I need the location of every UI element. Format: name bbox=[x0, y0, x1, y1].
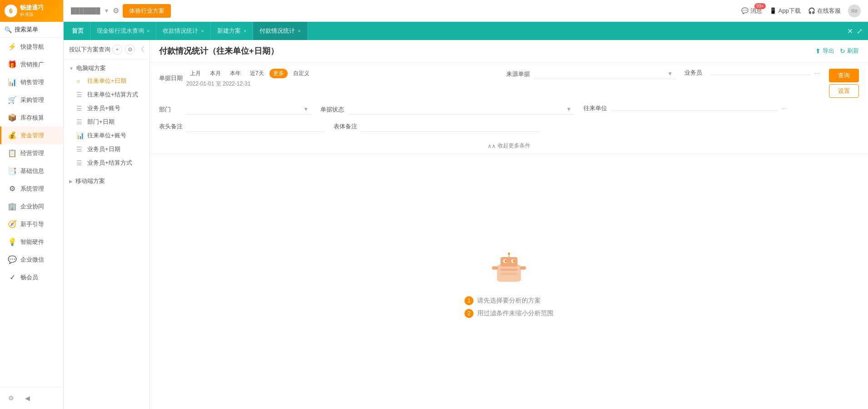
tab-cash-flow-close[interactable]: × bbox=[147, 28, 150, 34]
date-btn-this-month[interactable]: 本月 bbox=[206, 69, 224, 78]
sidebar-item-marketing[interactable]: 🎁营销推广 bbox=[0, 56, 63, 73]
date-btn-custom[interactable]: 自定义 bbox=[289, 69, 313, 78]
sidebar-icon-shortcut: ⚡ bbox=[8, 42, 17, 51]
tab-pay-stats-close[interactable]: × bbox=[298, 28, 300, 34]
sidebar-item-guide[interactable]: 🧭新手引导 bbox=[0, 215, 63, 233]
sidebar-item-operation[interactable]: 📋经营管理 bbox=[0, 144, 63, 162]
tab-payment-stats-label: 收款情况统计 bbox=[163, 27, 198, 35]
scheme-item-dept-date[interactable]: ☰部门+日期 bbox=[64, 115, 150, 129]
source-select[interactable]: ▼ bbox=[534, 69, 675, 79]
sidebar-label-basic: 基础信息 bbox=[20, 167, 44, 175]
tab-pay-stats-label: 付款情况统计 bbox=[259, 27, 295, 35]
export-btn[interactable]: ⬆ 导出 bbox=[815, 47, 834, 55]
collapse-filter-btn[interactable]: ∧∧ 收起更多条件 bbox=[159, 138, 859, 153]
date-btn-last-7[interactable]: 近7天 bbox=[246, 69, 268, 78]
date-btn-last-month[interactable]: 上月 bbox=[186, 69, 205, 78]
sidebar-item-wechat[interactable]: 💬企业微信 bbox=[0, 251, 63, 268]
sidebar-item-hardware[interactable]: 💡智能硬件 bbox=[0, 233, 63, 251]
scheme-panel: 按以下方案查询 + ⚙ 《 ▼ 电脑端方案 ○往来单位+日期☰往来单位+结算方式… bbox=[64, 40, 150, 409]
tab-new-scheme-close[interactable]: × bbox=[244, 28, 246, 34]
dept-select[interactable]: ▼ bbox=[185, 104, 311, 115]
collapse-panel-btn[interactable]: 《 bbox=[138, 45, 144, 54]
empty-msg-1: 1 请先选择要分析的方案 bbox=[464, 296, 554, 305]
date-btn-this-year[interactable]: 本年 bbox=[226, 69, 244, 78]
sidebar-item-sales[interactable]: 📊销售管理 bbox=[0, 73, 63, 91]
tab-pay-stats[interactable]: 付款情况统计 × bbox=[253, 22, 307, 40]
filter-row-2: 部门 ▼ 单据状态 ▼ 往来单位 bbox=[159, 104, 859, 115]
scheme-settings-btn[interactable]: ⚙ bbox=[125, 45, 135, 55]
close-all-tabs-btn[interactable]: ✕ bbox=[847, 27, 853, 35]
search-menu[interactable]: 🔍 搜索菜单 bbox=[0, 22, 63, 38]
sidebar-label-system: 系统管理 bbox=[20, 185, 44, 193]
collapse-label: 收起更多条件 bbox=[498, 142, 530, 150]
unit-more-icon[interactable]: ··· bbox=[781, 105, 787, 112]
online-service-btn[interactable]: 🎧 在线客服 bbox=[808, 7, 841, 15]
scheme-item-staff-payment[interactable]: ☰业务员+结算方式 bbox=[64, 156, 150, 170]
scheme-label-dept-date: 部门+日期 bbox=[87, 118, 115, 126]
sidebar-label-shortcut: 快捷导航 bbox=[20, 43, 44, 51]
staff-more-icon[interactable]: ··· bbox=[814, 69, 820, 76]
company-dropdown-arrow[interactable]: ▼ bbox=[104, 8, 109, 14]
message-icon: 💬 bbox=[741, 7, 748, 14]
empty-robot-illustration bbox=[489, 250, 529, 286]
date-btn-more[interactable]: 更多 bbox=[269, 69, 288, 78]
scheme-panel-actions: + ⚙ 《 bbox=[112, 45, 144, 55]
add-scheme-btn[interactable]: + bbox=[112, 45, 122, 55]
sidebar-item-system[interactable]: ⚙系统管理 bbox=[0, 180, 63, 197]
sidebar-icon-operation: 📋 bbox=[8, 149, 17, 157]
tab-payment-stats[interactable]: 收款情况统计 × bbox=[156, 22, 210, 40]
tab-payment-stats-close[interactable]: × bbox=[201, 28, 204, 34]
message-btn[interactable]: 💬 消息 99+ bbox=[741, 7, 762, 15]
sidebar-item-inventory[interactable]: 📦库存核算 bbox=[0, 109, 63, 126]
sidebar-label-hardware: 智能硬件 bbox=[20, 238, 44, 246]
mobile-group-label: 移动端方案 bbox=[75, 177, 105, 185]
mobile-group-arrow: ▶ bbox=[69, 179, 73, 184]
refresh-btn[interactable]: ↻ 刷新 bbox=[840, 47, 859, 55]
desktop-group-header[interactable]: ▼ 电脑端方案 bbox=[64, 62, 150, 74]
app-download-btn[interactable]: 📱 App下载 bbox=[769, 7, 801, 15]
scheme-item-unit-account[interactable]: 📊往来单位+账号 bbox=[64, 129, 150, 142]
sidebar-item-member[interactable]: ✓畅会员 bbox=[0, 268, 63, 286]
settings-footer-btn[interactable]: ⚙ bbox=[5, 392, 17, 404]
user-avatar[interactable]: Rit bbox=[848, 5, 861, 17]
header-note-label: 表头备注 bbox=[159, 122, 183, 131]
header-note-input[interactable] bbox=[186, 121, 324, 132]
body-note-input[interactable] bbox=[361, 121, 540, 132]
svg-rect-12 bbox=[520, 266, 526, 270]
topbar-gear-icon[interactable]: ⚙ bbox=[113, 6, 119, 15]
unit-select[interactable] bbox=[611, 106, 778, 111]
filter-date: 单据日期 上月 本月 本年 近7天 更多 自定义 2022-01-01 至 20… bbox=[159, 69, 497, 88]
tab-new-scheme[interactable]: 新建方案 × bbox=[211, 22, 253, 40]
status-select[interactable]: ▼ bbox=[348, 104, 574, 115]
maximize-btn[interactable]: ⤢ bbox=[857, 27, 863, 35]
scheme-item-staff-date[interactable]: ☰业务员+日期 bbox=[64, 142, 150, 156]
sidebar-item-shortcut[interactable]: ⚡快捷导航 bbox=[0, 38, 63, 56]
scheme-item-staff-account[interactable]: ☰业务员+账号 bbox=[64, 101, 150, 115]
staff-select[interactable] bbox=[711, 71, 811, 75]
scheme-item-unit-date[interactable]: ○往来单位+日期 bbox=[64, 74, 150, 88]
sidebar-item-purchase[interactable]: 🛒采购管理 bbox=[0, 91, 63, 109]
date-range-text: 2022-01-01 至 2022-12-31 bbox=[186, 80, 313, 88]
query-btn[interactable]: 查询 bbox=[829, 69, 859, 82]
mobile-group-header[interactable]: ▶ 移动端方案 bbox=[64, 175, 150, 187]
scheme-panel-header: 按以下方案查询 + ⚙ 《 bbox=[64, 40, 150, 60]
filter-settings-btn[interactable]: 设置 bbox=[829, 84, 859, 98]
staff-label: 业务员 bbox=[684, 69, 707, 77]
sidebar-icon-member: ✓ bbox=[8, 273, 17, 282]
sidebar-icon-system: ⚙ bbox=[8, 184, 17, 193]
tab-cash-flow[interactable]: 现金银行流水查询 × bbox=[90, 22, 156, 40]
sidebar-item-enterprise[interactable]: 🏢企业协同 bbox=[0, 197, 63, 215]
empty-messages: 1 请先选择要分析的方案 2 用过滤条件来缩小分析范围 bbox=[464, 296, 554, 318]
sidebar: 6 畅捷通巧 标准版 🔍 搜索菜单 ⚡快捷导航🎁营销推广📊销售管理🛒采购管理📦库… bbox=[0, 0, 64, 409]
collapse-sidebar-btn[interactable]: ◀ bbox=[21, 392, 34, 404]
refresh-label: 刷新 bbox=[847, 47, 859, 55]
scheme-item-unit-payment[interactable]: ☰往来单位+结算方式 bbox=[64, 88, 150, 101]
trial-btn[interactable]: 体验行业方案 bbox=[123, 4, 171, 18]
tab-home[interactable]: 首页 bbox=[65, 22, 90, 40]
sidebar-item-basic[interactable]: 📑基础信息 bbox=[0, 162, 63, 180]
svg-rect-2 bbox=[500, 268, 518, 271]
empty-msg-2-text: 用过滤条件来缩小分析范围 bbox=[477, 309, 554, 318]
scheme-icon-unit-date: ○ bbox=[76, 77, 84, 85]
filter-staff: 业务员 ··· bbox=[684, 69, 820, 77]
sidebar-item-finance[interactable]: 💰资金管理 bbox=[0, 126, 63, 144]
